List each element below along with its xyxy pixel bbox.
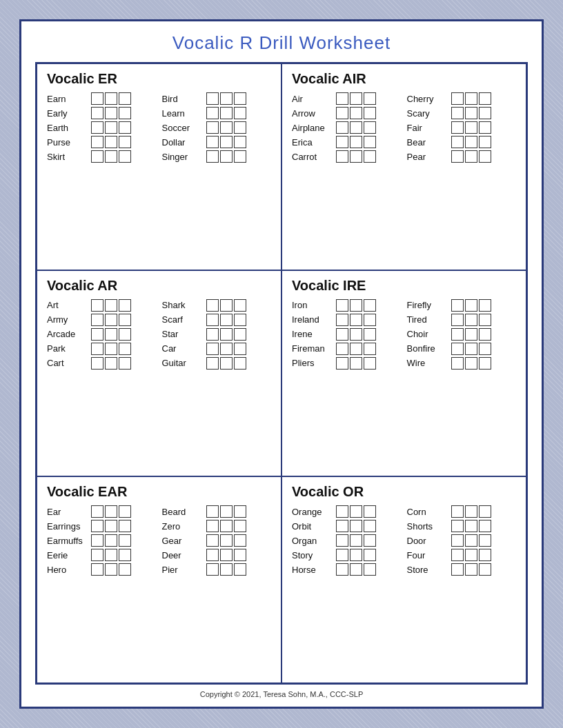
checkbox[interactable] — [350, 520, 362, 532]
checkbox[interactable] — [336, 299, 348, 312]
checkbox[interactable] — [119, 328, 131, 341]
checkbox[interactable] — [336, 328, 348, 341]
checkbox[interactable] — [206, 107, 219, 119]
checkbox[interactable] — [105, 505, 117, 518]
checkbox[interactable] — [364, 520, 376, 532]
checkbox[interactable] — [206, 549, 219, 561]
checkbox[interactable] — [350, 314, 362, 326]
checkbox[interactable] — [234, 150, 246, 163]
checkbox[interactable] — [220, 314, 233, 326]
checkbox[interactable] — [206, 150, 219, 163]
checkbox[interactable] — [336, 150, 348, 163]
checkbox[interactable] — [479, 150, 491, 163]
checkbox[interactable] — [451, 549, 464, 561]
checkbox[interactable] — [336, 136, 348, 148]
checkbox[interactable] — [220, 357, 233, 370]
checkbox[interactable] — [91, 314, 103, 326]
checkbox[interactable] — [206, 534, 219, 547]
checkbox[interactable] — [91, 150, 103, 163]
checkbox[interactable] — [91, 520, 103, 532]
checkbox[interactable] — [336, 534, 348, 547]
checkbox[interactable] — [234, 328, 246, 341]
checkbox[interactable] — [206, 563, 219, 576]
checkbox[interactable] — [336, 505, 348, 518]
checkbox[interactable] — [91, 107, 103, 119]
checkbox[interactable] — [479, 107, 491, 119]
checkbox[interactable] — [451, 121, 464, 134]
checkbox[interactable] — [105, 150, 117, 163]
checkbox[interactable] — [336, 549, 348, 561]
checkbox[interactable] — [336, 357, 348, 370]
checkbox[interactable] — [364, 505, 376, 518]
checkbox[interactable] — [364, 328, 376, 341]
checkbox[interactable] — [105, 563, 117, 576]
checkbox[interactable] — [479, 314, 491, 326]
checkbox[interactable] — [220, 505, 233, 518]
checkbox[interactable] — [119, 92, 131, 105]
checkbox[interactable] — [105, 534, 117, 547]
checkbox[interactable] — [119, 121, 131, 134]
checkbox[interactable] — [220, 520, 233, 532]
checkbox[interactable] — [91, 343, 103, 355]
checkbox[interactable] — [451, 520, 464, 532]
checkbox[interactable] — [206, 314, 219, 326]
checkbox[interactable] — [206, 505, 219, 518]
checkbox[interactable] — [220, 107, 233, 119]
checkbox[interactable] — [465, 92, 477, 105]
checkbox[interactable] — [220, 136, 233, 148]
checkbox[interactable] — [220, 549, 233, 561]
checkbox[interactable] — [451, 314, 464, 326]
checkbox[interactable] — [91, 534, 103, 547]
checkbox[interactable] — [465, 136, 477, 148]
checkbox[interactable] — [206, 328, 219, 341]
checkbox[interactable] — [220, 343, 233, 355]
checkbox[interactable] — [220, 92, 233, 105]
checkbox[interactable] — [451, 563, 464, 576]
checkbox[interactable] — [336, 314, 348, 326]
checkbox[interactable] — [336, 107, 348, 119]
checkbox[interactable] — [119, 549, 131, 561]
checkbox[interactable] — [479, 534, 491, 547]
checkbox[interactable] — [465, 520, 477, 532]
checkbox[interactable] — [465, 549, 477, 561]
checkbox[interactable] — [119, 505, 131, 518]
checkbox[interactable] — [479, 549, 491, 561]
checkbox[interactable] — [451, 534, 464, 547]
checkbox[interactable] — [206, 343, 219, 355]
checkbox[interactable] — [479, 357, 491, 370]
checkbox[interactable] — [479, 328, 491, 341]
checkbox[interactable] — [234, 136, 246, 148]
checkbox[interactable] — [220, 121, 233, 134]
checkbox[interactable] — [364, 299, 376, 312]
checkbox[interactable] — [91, 136, 103, 148]
checkbox[interactable] — [479, 136, 491, 148]
checkbox[interactable] — [206, 520, 219, 532]
checkbox[interactable] — [234, 107, 246, 119]
checkbox[interactable] — [105, 520, 117, 532]
checkbox[interactable] — [220, 328, 233, 341]
checkbox[interactable] — [350, 343, 362, 355]
checkbox[interactable] — [479, 299, 491, 312]
checkbox[interactable] — [105, 136, 117, 148]
checkbox[interactable] — [91, 299, 103, 312]
checkbox[interactable] — [105, 299, 117, 312]
checkbox[interactable] — [105, 328, 117, 341]
checkbox[interactable] — [234, 314, 246, 326]
checkbox[interactable] — [364, 136, 376, 148]
checkbox[interactable] — [119, 520, 131, 532]
checkbox[interactable] — [350, 136, 362, 148]
checkbox[interactable] — [234, 92, 246, 105]
checkbox[interactable] — [91, 328, 103, 341]
checkbox[interactable] — [350, 505, 362, 518]
checkbox[interactable] — [350, 299, 362, 312]
checkbox[interactable] — [220, 299, 233, 312]
checkbox[interactable] — [465, 343, 477, 355]
checkbox[interactable] — [119, 136, 131, 148]
checkbox[interactable] — [350, 328, 362, 341]
checkbox[interactable] — [465, 505, 477, 518]
checkbox[interactable] — [206, 92, 219, 105]
checkbox[interactable] — [119, 563, 131, 576]
checkbox[interactable] — [451, 150, 464, 163]
checkbox[interactable] — [220, 150, 233, 163]
checkbox[interactable] — [234, 357, 246, 370]
